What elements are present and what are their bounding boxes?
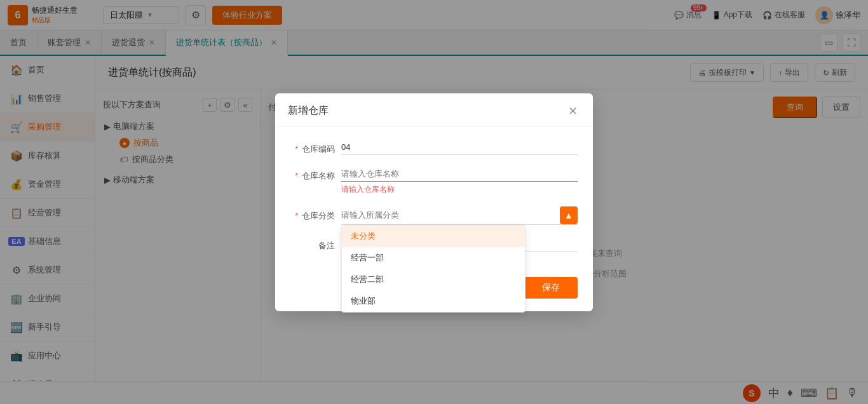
dropdown-item-property[interactable]: 物业部 <box>342 290 525 312</box>
name-input[interactable] <box>341 166 578 182</box>
note-label: 备注 <box>290 236 341 252</box>
category-dropdown: 未分类 经营一部 经营二部 物业部 <box>341 225 526 313</box>
new-warehouse-modal: 新增仓库 ✕ * 仓库编码 * 仓库名称 <box>275 93 593 311</box>
category-input[interactable] <box>341 208 560 222</box>
required-star-2: * <box>295 171 298 180</box>
code-input[interactable] <box>341 140 578 155</box>
modal-header: 新增仓库 ✕ <box>275 93 593 127</box>
required-star: * <box>295 144 298 154</box>
category-form-row: * 仓库分类 ▲ 未分类 经营一部 经营二部 物业部 <box>290 206 578 225</box>
category-label: * 仓库分类 <box>290 206 341 222</box>
code-form-row: * 仓库编码 <box>290 140 578 155</box>
dropdown-item-dept2[interactable]: 经营二部 <box>342 269 525 290</box>
code-control <box>341 140 578 155</box>
modal-overlay[interactable]: 新增仓库 ✕ * 仓库编码 * 仓库名称 <box>0 0 868 404</box>
modal-title: 新增仓库 <box>288 104 329 118</box>
dropdown-item-uncategorized[interactable]: 未分类 <box>342 226 525 247</box>
name-control: 请输入仓库名称 <box>341 166 578 195</box>
name-error-message: 请输入仓库名称 <box>341 184 578 195</box>
category-control: ▲ 未分类 经营一部 经营二部 物业部 <box>341 206 578 225</box>
dropdown-item-dept1[interactable]: 经营一部 <box>342 247 525 269</box>
required-star-3: * <box>295 211 298 220</box>
name-form-row: * 仓库名称 请输入仓库名称 <box>290 166 578 195</box>
modal-close-button[interactable]: ✕ <box>565 104 580 119</box>
save-button[interactable]: 保存 <box>524 277 578 299</box>
name-label: * 仓库名称 <box>290 166 341 182</box>
modal-body: * 仓库编码 * 仓库名称 请输入仓库名称 <box>275 127 593 269</box>
category-input-wrap: ▲ <box>341 206 578 225</box>
category-toggle-button[interactable]: ▲ <box>560 206 578 224</box>
code-label: * 仓库编码 <box>290 140 341 155</box>
